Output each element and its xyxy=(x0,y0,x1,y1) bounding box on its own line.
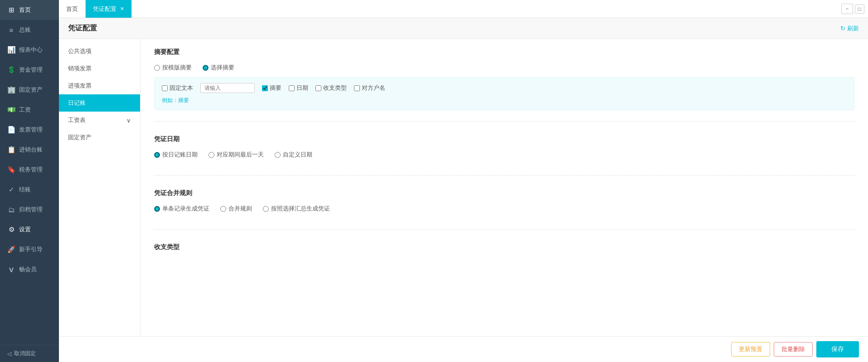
fixed-text-input[interactable] xyxy=(200,83,255,93)
settings-icon: ⚙ xyxy=(7,225,15,234)
right-panel: 摘要配置 按模版摘要 选择摘要 固定文本 xyxy=(141,39,868,336)
nav-item-fixed-assets[interactable]: 固定资产 xyxy=(59,129,140,146)
radio-template-summary[interactable]: 按模版摘要 xyxy=(154,64,192,72)
radio-template-input[interactable] xyxy=(154,65,160,71)
bottom-bar: 更新预置 批量删除 保存 xyxy=(59,336,868,362)
voucher-date-title: 凭证日期 xyxy=(154,135,854,143)
radio-single-record[interactable]: 单条记录生成凭证 xyxy=(154,205,209,213)
sidebar-item-assets[interactable]: 🏢 固定资产 xyxy=(0,80,59,100)
ledger-icon: ≡ xyxy=(7,26,15,34)
cb-date[interactable]: 日期 xyxy=(289,84,308,92)
sidebar-item-home[interactable]: ⊞ 首页 xyxy=(0,0,59,20)
merge-rules-radio-group: 单条记录生成凭证 合并规则 按照选择汇总生成凭证 xyxy=(154,205,854,213)
checkbox-line: 固定文本 摘要 日期 收支类型 xyxy=(162,83,847,93)
page-title: 凭证配置 xyxy=(68,24,97,33)
example-text: 例如：摘要 xyxy=(162,97,847,104)
tax-icon: 🔖 xyxy=(7,166,15,174)
batch-delete-button[interactable]: 批量删除 xyxy=(774,342,813,357)
sidebar-item-sales[interactable]: 📋 进销台账 xyxy=(0,140,59,160)
voucher-date-section: 凭证日期 按日记账日期 对应期间最后一天 自定义日期 xyxy=(154,135,854,176)
tab-bar: 首页 凭证配置 ✕ － □ xyxy=(59,0,868,18)
cb-counterpart[interactable]: 对方户名 xyxy=(354,84,385,92)
sidebar-item-settings[interactable]: ⚙ 设置 xyxy=(0,220,59,240)
guide-icon: 🚀 xyxy=(7,245,15,254)
sidebar-item-archive[interactable]: 🗂 归档管理 xyxy=(0,200,59,220)
radio-custom-date[interactable]: 自定义日期 xyxy=(275,151,312,159)
sidebar-item-close[interactable]: ✓ 结账 xyxy=(0,180,59,200)
sidebar: ⊞ 首页 ≡ 总账 📊 报表中心 💲 资金管理 🏢 固定资产 💵 工资 📄 发票… xyxy=(0,0,59,362)
checkbox-row: 固定文本 摘要 日期 收支类型 xyxy=(154,77,854,110)
tab-maximize-button[interactable]: □ xyxy=(855,5,864,14)
radio-select-summary[interactable]: 选择摘要 xyxy=(203,64,234,72)
radio-summary-input[interactable] xyxy=(263,206,269,212)
member-icon: V xyxy=(7,266,15,274)
close-accounts-icon: ✓ xyxy=(7,186,15,194)
nav-item-sales-invoice[interactable]: 销项发票 xyxy=(59,60,140,77)
sidebar-item-report[interactable]: 📊 报表中心 xyxy=(0,40,59,60)
unpin-icon: ◁ xyxy=(7,351,11,357)
radio-custom-date-input[interactable] xyxy=(275,152,281,158)
content-area: 公共选项 销项发票 进项发票 日记账 工资表 ∨ 固定资产 摘要配置 xyxy=(59,39,868,336)
cb-fixed-text[interactable]: 固定文本 xyxy=(162,84,193,92)
income-type-title: 收支类型 xyxy=(154,243,854,251)
radio-last-day-input[interactable] xyxy=(209,152,214,158)
cb-fixed-text-input[interactable] xyxy=(162,85,168,91)
cb-counterpart-input[interactable] xyxy=(354,85,360,91)
income-type-section: 收支类型 xyxy=(154,243,854,269)
sidebar-item-member[interactable]: V 畅会员 xyxy=(0,259,59,279)
tab-home[interactable]: 首页 xyxy=(59,0,86,18)
cb-summary-input[interactable] xyxy=(262,85,268,91)
radio-journal-date-input[interactable] xyxy=(154,152,160,158)
cb-income-type[interactable]: 收支类型 xyxy=(315,84,347,92)
sidebar-item-guide[interactable]: 🚀 新手引导 xyxy=(0,240,59,259)
funds-icon: 💲 xyxy=(7,66,15,74)
main-area: 首页 凭证配置 ✕ － □ 凭证配置 ↻ 刷新 公共选项 销项发票 进 xyxy=(59,0,868,362)
radio-journal-date[interactable]: 按日记账日期 xyxy=(154,151,198,159)
home-icon: ⊞ xyxy=(7,6,15,14)
summary-config-section: 摘要配置 按模版摘要 选择摘要 固定文本 xyxy=(154,48,854,122)
nav-item-payroll-table[interactable]: 工资表 ∨ xyxy=(59,112,140,129)
radio-merge-input[interactable] xyxy=(220,206,226,212)
radio-summary-voucher[interactable]: 按照选择汇总生成凭证 xyxy=(263,205,330,213)
payroll-icon: 💵 xyxy=(7,106,15,114)
tab-close-icon[interactable]: ✕ xyxy=(120,6,124,12)
summary-config-title: 摘要配置 xyxy=(154,48,854,56)
nav-item-public[interactable]: 公共选项 xyxy=(59,43,140,60)
sales-icon: 📋 xyxy=(7,146,15,154)
tab-minimize-button[interactable]: － xyxy=(841,4,853,14)
save-button[interactable]: 保存 xyxy=(816,341,859,357)
voucher-date-radio-group: 按日记账日期 对应期间最后一天 自定义日期 xyxy=(154,151,854,159)
page-header: 凭证配置 ↻ 刷新 xyxy=(59,18,868,39)
report-icon: 📊 xyxy=(7,46,15,54)
sidebar-item-invoice[interactable]: 📄 发票管理 xyxy=(0,120,59,140)
radio-merge[interactable]: 合并规则 xyxy=(220,205,252,213)
radio-last-day[interactable]: 对应期间最后一天 xyxy=(209,151,264,159)
cb-income-type-input[interactable] xyxy=(315,85,321,91)
sidebar-item-funds[interactable]: 💲 资金管理 xyxy=(0,60,59,80)
chevron-down-icon: ∨ xyxy=(126,117,131,124)
sidebar-item-tax[interactable]: 🔖 税务管理 xyxy=(0,160,59,180)
refresh-icon: ↻ xyxy=(840,25,845,32)
nav-item-journal[interactable]: 日记账 xyxy=(59,94,140,112)
sidebar-item-ledger[interactable]: ≡ 总账 xyxy=(0,20,59,40)
archive-icon: 🗂 xyxy=(7,206,15,214)
cb-date-input[interactable] xyxy=(289,85,295,91)
merge-rules-title: 凭证合并规则 xyxy=(154,189,854,197)
radio-select-input[interactable] xyxy=(203,65,209,71)
tab-controls: － □ xyxy=(841,4,868,14)
unpin-button[interactable]: ◁ 取消固定 xyxy=(0,345,59,362)
invoice-icon: 📄 xyxy=(7,126,15,134)
update-preset-button[interactable]: 更新预置 xyxy=(731,342,770,357)
assets-icon: 🏢 xyxy=(7,86,15,94)
merge-rules-section: 凭证合并规则 单条记录生成凭证 合并规则 按照选择汇总生成凭证 xyxy=(154,189,854,230)
left-nav: 公共选项 销项发票 进项发票 日记账 工资表 ∨ 固定资产 xyxy=(59,39,141,336)
summary-radio-group: 按模版摘要 选择摘要 xyxy=(154,64,854,72)
tab-voucher-config[interactable]: 凭证配置 ✕ xyxy=(86,0,132,18)
sidebar-item-payroll[interactable]: 💵 工资 xyxy=(0,100,59,120)
cb-summary[interactable]: 摘要 xyxy=(262,84,281,92)
radio-single-input[interactable] xyxy=(154,206,160,212)
nav-item-purchase-invoice[interactable]: 进项发票 xyxy=(59,77,140,94)
refresh-button[interactable]: ↻ 刷新 xyxy=(840,24,859,33)
